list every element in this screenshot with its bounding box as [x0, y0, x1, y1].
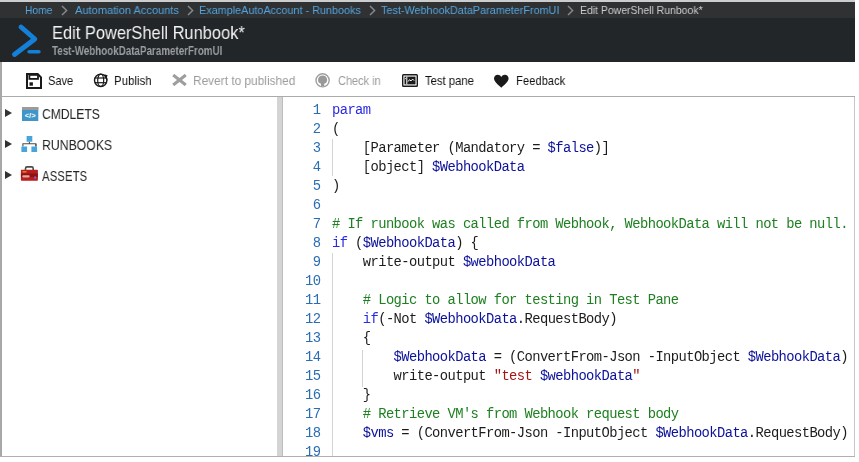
svg-text:</>: </> — [25, 111, 36, 120]
